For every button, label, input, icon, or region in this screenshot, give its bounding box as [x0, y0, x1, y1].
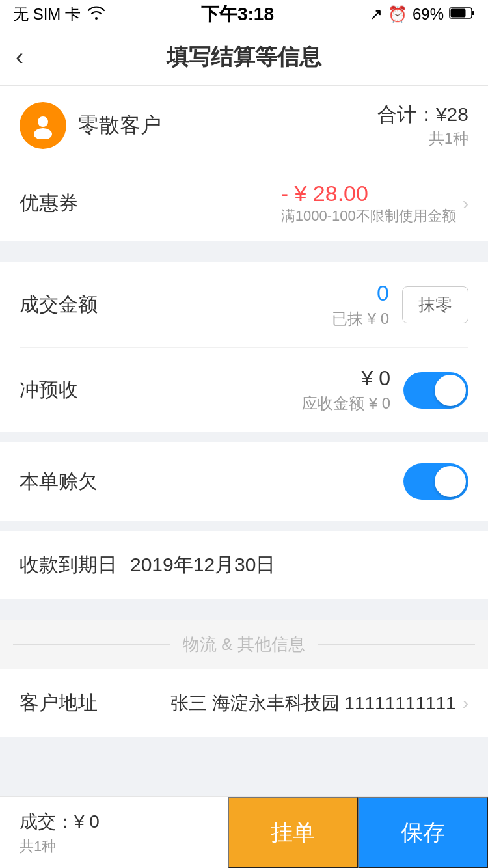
address-label: 客户地址: [20, 690, 98, 716]
wifi-icon: [87, 5, 105, 23]
bottom-deal-text: 成交：¥ 0: [20, 809, 208, 834]
customer-total: 合计：¥28: [377, 102, 468, 128]
battery-icon: [449, 5, 475, 23]
prepay-toggle[interactable]: [403, 372, 468, 409]
page-title: 填写结算等信息: [167, 42, 321, 72]
section-divider-1: [0, 252, 488, 262]
status-left: 无 SIM 卡: [13, 4, 105, 25]
address-value: 张三 海淀永丰科技园 11111111111: [104, 691, 456, 716]
logistics-line-left: [13, 644, 170, 645]
deal-section: 成交金额 0 已抹 ¥ 0 抹零 冲预收 ¥ 0 应收金额 ¥ 0: [0, 262, 488, 432]
address-section: 客户地址 张三 海淀永丰科技园 11111111111 ›: [0, 669, 488, 737]
deal-amount-sub: 已抹 ¥ 0: [332, 308, 389, 329]
date-section: 收款到期日 2019年12月30日: [0, 531, 488, 599]
bottom-deal-label: 成交：: [20, 811, 74, 832]
credit-row: 本单赊欠: [20, 442, 468, 521]
save-button[interactable]: 保存: [358, 797, 488, 868]
customer-count: 共1种: [377, 128, 468, 149]
bottom-bar: 成交：¥ 0 共1种 挂单 保存: [0, 796, 488, 868]
svg-point-3: [38, 116, 48, 127]
credit-toggle[interactable]: [403, 463, 468, 500]
customer-section: 零散客户 合计：¥28 共1种 优惠券 - ¥ 28.00 满1000-100不…: [0, 86, 488, 241]
deal-amount-right: 0 已抹 ¥ 0 抹零: [332, 280, 468, 329]
svg-point-4: [34, 128, 52, 139]
status-time: 下午3:18: [201, 2, 274, 27]
due-date-label: 收款到期日: [20, 552, 117, 578]
deal-amount-value: 0: [332, 280, 389, 306]
logistics-line-right: [318, 644, 475, 645]
alarm-icon: ⏰: [388, 5, 407, 23]
content: 零散客户 合计：¥28 共1种 优惠券 - ¥ 28.00 满1000-100不…: [0, 86, 488, 815]
coupon-row[interactable]: 优惠券 - ¥ 28.00 满1000-100不限制使用金额 ›: [0, 165, 488, 241]
prepay-value: ¥ 0: [302, 366, 390, 390]
bottom-info: 成交：¥ 0 共1种: [0, 797, 228, 868]
bottom-count: 共1种: [20, 837, 208, 856]
deal-amount-row: 成交金额 0 已抹 ¥ 0 抹零: [20, 262, 468, 348]
coupon-chevron-icon: ›: [463, 193, 468, 214]
toggle-knob: [435, 375, 466, 406]
back-button[interactable]: ‹: [16, 44, 23, 71]
customer-avatar: [20, 102, 66, 149]
location-icon: ↗: [370, 5, 383, 23]
logistics-divider: 物流 & 其他信息: [0, 620, 488, 669]
due-date-value: 2019年12月30日: [130, 552, 275, 578]
credit-label: 本单赊欠: [20, 468, 98, 495]
battery-label: 69%: [413, 5, 444, 23]
nav-bar: ‹ 填写结算等信息: [0, 29, 488, 86]
credit-toggle-knob: [435, 466, 466, 497]
customer-left: 零散客户: [20, 102, 161, 149]
date-row: 收款到期日 2019年12月30日: [20, 531, 468, 599]
customer-name: 零散客户: [78, 111, 161, 140]
status-bar: 无 SIM 卡 下午3:18 ↗ ⏰ 69%: [0, 0, 488, 29]
prepay-sub: 应收金额 ¥ 0: [302, 393, 390, 414]
customer-right: 合计：¥28 共1种: [377, 102, 468, 149]
prepay-right: ¥ 0 应收金额 ¥ 0: [302, 366, 468, 414]
bottom-deal-value: ¥ 0: [74, 811, 100, 832]
hang-order-button[interactable]: 挂单: [228, 797, 358, 868]
coupon-label: 优惠券: [20, 190, 78, 217]
status-right: ↗ ⏰ 69%: [370, 5, 475, 23]
logistics-label: 物流 & 其他信息: [183, 633, 305, 656]
coupon-desc: 满1000-100不限制使用金额: [281, 206, 456, 226]
coupon-amount: - ¥ 28.00: [281, 181, 456, 206]
customer-row: 零散客户 合计：¥28 共1种: [0, 86, 488, 165]
prepay-row: 冲预收 ¥ 0 应收金额 ¥ 0: [20, 348, 468, 432]
svg-rect-1: [472, 11, 474, 15]
address-row[interactable]: 客户地址 张三 海淀永丰科技园 11111111111 ›: [20, 669, 468, 737]
svg-rect-2: [450, 9, 465, 18]
round-zero-button[interactable]: 抹零: [402, 286, 468, 323]
prepay-label: 冲预收: [20, 377, 78, 403]
section-divider-2: [0, 432, 488, 442]
credit-section: 本单赊欠: [0, 442, 488, 521]
coupon-right: - ¥ 28.00 满1000-100不限制使用金额 ›: [281, 181, 468, 226]
deal-amount-label: 成交金额: [20, 292, 98, 318]
address-chevron-icon: ›: [463, 693, 468, 714]
section-divider-3: [0, 610, 488, 620]
carrier-label: 无 SIM 卡: [13, 4, 81, 25]
